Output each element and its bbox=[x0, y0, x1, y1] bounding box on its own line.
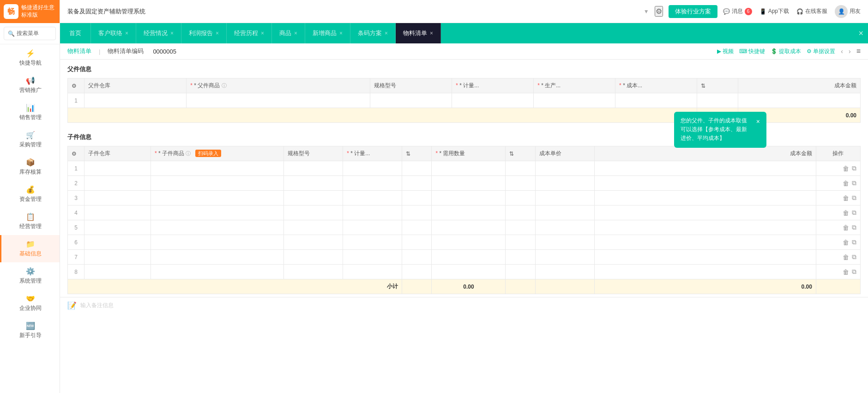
copy-icon[interactable]: ⧉ bbox=[852, 164, 856, 172]
user-menu[interactable]: 👤 用友 bbox=[835, 5, 861, 18]
copy-icon[interactable]: ⧉ bbox=[852, 224, 856, 231]
tab-customer[interactable]: 客户联络 × bbox=[91, 23, 136, 43]
child-sort2-cell[interactable] bbox=[506, 250, 535, 265]
child-sort2-cell[interactable] bbox=[506, 265, 535, 279]
child-warehouse-cell[interactable] bbox=[84, 206, 151, 220]
sidebar-item-purchase[interactable]: 🛒 采购管理 bbox=[0, 126, 60, 153]
child-spec-cell[interactable] bbox=[284, 250, 343, 265]
nav-tabs-close-all[interactable]: × bbox=[854, 29, 868, 38]
child-sort2-cell[interactable] bbox=[506, 176, 535, 191]
child-cost-amount-cell[interactable] bbox=[594, 250, 816, 265]
child-goods-cell[interactable] bbox=[151, 235, 284, 250]
child-warehouse-cell[interactable] bbox=[84, 191, 151, 206]
system-title-dropdown-icon[interactable]: ▼ bbox=[644, 8, 649, 15]
child-qty-cell[interactable] bbox=[432, 206, 506, 220]
parent-spec-cell[interactable] bbox=[370, 93, 452, 108]
child-sort2-cell[interactable] bbox=[506, 220, 535, 235]
tab-home[interactable]: 首页 bbox=[60, 23, 91, 43]
more-options-button[interactable]: ≡ bbox=[856, 47, 861, 55]
sidebar-item-sales[interactable]: 📊 销售管理 bbox=[0, 99, 60, 126]
tab-operations-status[interactable]: 经营情况 × bbox=[136, 23, 181, 43]
tab-close-history[interactable]: × bbox=[261, 30, 264, 36]
child-sort-cell[interactable] bbox=[402, 206, 432, 220]
child-unit-cell[interactable] bbox=[343, 191, 402, 206]
child-qty-cell[interactable] bbox=[432, 191, 506, 206]
child-qty-cell[interactable] bbox=[432, 220, 506, 235]
child-warehouse-cell[interactable] bbox=[84, 250, 151, 265]
message-button[interactable]: 💬 消息 6 bbox=[723, 7, 752, 15]
sidebar-item-operations[interactable]: 📋 经营管理 bbox=[0, 208, 60, 235]
delete-icon[interactable]: 🗑 bbox=[843, 224, 849, 231]
delete-icon[interactable]: 🗑 bbox=[843, 209, 849, 217]
child-goods-cell[interactable] bbox=[151, 265, 284, 279]
delete-icon[interactable]: 🗑 bbox=[843, 180, 849, 187]
copy-icon[interactable]: ⧉ bbox=[852, 238, 856, 246]
single-settings-button[interactable]: ⚙ 单据设置 bbox=[807, 48, 835, 55]
child-sort2-cell[interactable] bbox=[506, 161, 535, 176]
child-unit-cell[interactable] bbox=[343, 265, 402, 279]
child-goods-cell[interactable] bbox=[151, 176, 284, 191]
child-spec-cell[interactable] bbox=[284, 161, 343, 176]
tab-close-customer[interactable]: × bbox=[125, 30, 128, 36]
delete-icon[interactable]: 🗑 bbox=[843, 268, 849, 276]
child-unit-cost-cell[interactable] bbox=[535, 250, 594, 265]
child-goods-cell[interactable] bbox=[151, 206, 284, 220]
child-warehouse-cell[interactable] bbox=[84, 161, 151, 176]
online-service-button[interactable]: 🎧 在线客服 bbox=[796, 7, 827, 15]
tab-bom[interactable]: 物料清单 × bbox=[396, 23, 441, 43]
child-sort2-cell[interactable] bbox=[506, 206, 535, 220]
child-sort2-cell[interactable] bbox=[506, 191, 535, 206]
child-unit-cell[interactable] bbox=[343, 206, 402, 220]
child-unit-cost-cell[interactable] bbox=[535, 220, 594, 235]
child-qty-cell[interactable] bbox=[432, 235, 506, 250]
next-record-button[interactable]: › bbox=[849, 48, 851, 55]
child-warehouse-cell[interactable] bbox=[84, 220, 151, 235]
child-unit-cost-cell[interactable] bbox=[535, 265, 594, 279]
child-cost-amount-cell[interactable] bbox=[594, 206, 816, 220]
tooltip-close-button[interactable]: × bbox=[756, 116, 760, 127]
child-unit-cell[interactable] bbox=[343, 161, 402, 176]
tab-goods[interactable]: 商品 × bbox=[272, 23, 305, 43]
child-goods-cell[interactable] bbox=[151, 220, 284, 235]
child-sort-cell[interactable] bbox=[402, 161, 432, 176]
child-cost-amount-cell[interactable] bbox=[594, 161, 816, 176]
parent-production-cell[interactable] bbox=[534, 93, 615, 108]
delete-icon[interactable]: 🗑 bbox=[843, 165, 849, 172]
child-sort-cell[interactable] bbox=[402, 265, 432, 279]
child-spec-cell[interactable] bbox=[284, 191, 343, 206]
child-qty-cell[interactable] bbox=[432, 265, 506, 279]
settings-button[interactable]: ⚙ bbox=[655, 6, 663, 17]
child-qty-cell[interactable] bbox=[432, 176, 506, 191]
child-unit-cell[interactable] bbox=[343, 250, 402, 265]
child-cost-amount-cell[interactable] bbox=[594, 176, 816, 191]
sidebar-item-quick-nav[interactable]: ⚡ 快捷导航 bbox=[0, 44, 60, 72]
parent-sort-cell[interactable] bbox=[697, 93, 738, 108]
app-download-button[interactable]: 📱 App下载 bbox=[760, 7, 789, 15]
scan-badge[interactable]: 扫码录入 bbox=[195, 150, 221, 157]
sidebar-item-enterprise[interactable]: 🤝 企业协同 bbox=[0, 290, 60, 317]
shortcut-button[interactable]: ⌨ 快捷键 bbox=[739, 48, 765, 55]
child-cost-amount-cell[interactable] bbox=[594, 265, 816, 279]
child-warehouse-cell[interactable] bbox=[84, 235, 151, 250]
copy-icon[interactable]: ⧉ bbox=[852, 179, 856, 187]
delete-icon[interactable]: 🗑 bbox=[843, 239, 849, 246]
child-unit-cost-cell[interactable] bbox=[535, 235, 594, 250]
sidebar-item-guide[interactable]: 🆕 新手引导 bbox=[0, 317, 60, 344]
child-col-settings[interactable]: ⚙ bbox=[68, 146, 84, 161]
parent-unit-cell[interactable] bbox=[452, 93, 534, 108]
child-spec-cell[interactable] bbox=[284, 265, 343, 279]
tab-close-profit-report[interactable]: × bbox=[216, 30, 219, 36]
tab-barcode[interactable]: 条码方案 × bbox=[350, 23, 396, 43]
child-unit-cost-cell[interactable] bbox=[535, 191, 594, 206]
child-sort-cell[interactable] bbox=[402, 191, 432, 206]
note-placeholder[interactable]: 输入备注信息 bbox=[80, 302, 114, 309]
child-goods-cell[interactable] bbox=[151, 161, 284, 176]
tab-close-barcode[interactable]: × bbox=[385, 30, 388, 36]
child-cost-amount-cell[interactable] bbox=[594, 191, 816, 206]
search-menu-button[interactable]: 🔍 搜索菜单 bbox=[4, 27, 56, 40]
child-goods-cell[interactable] bbox=[151, 191, 284, 206]
child-goods-cell[interactable] bbox=[151, 250, 284, 265]
delete-icon[interactable]: 🗑 bbox=[843, 254, 849, 261]
sidebar-item-inventory[interactable]: 📦 库存核算 bbox=[0, 153, 60, 181]
child-unit-cost-cell[interactable] bbox=[535, 176, 594, 191]
